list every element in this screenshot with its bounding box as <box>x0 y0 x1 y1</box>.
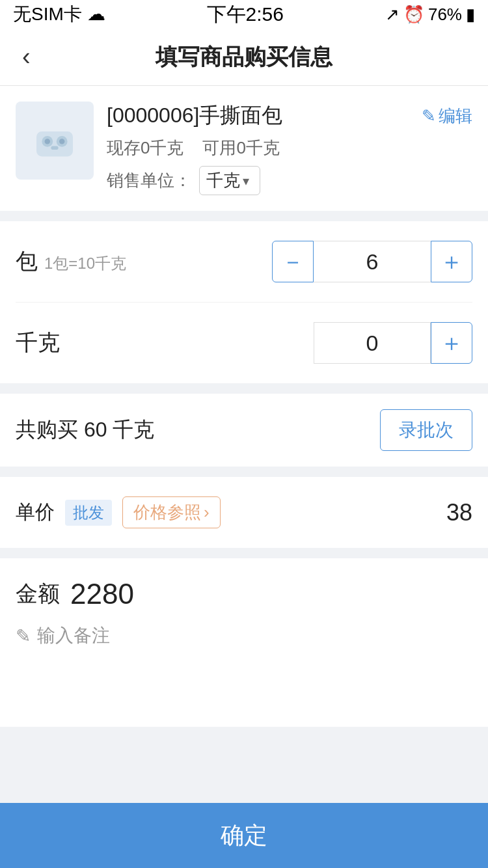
unit-select[interactable]: 千克 ▾ <box>199 166 260 195</box>
unit-label: 销售单位： <box>107 169 191 192</box>
status-time: 下午2:56 <box>207 1 284 28</box>
dropdown-arrow-icon: ▾ <box>243 173 249 189</box>
package-label-group: 包 1包=10千克 <box>16 247 272 277</box>
total-section: 共购买 60 千克 录批次 <box>0 394 488 467</box>
product-name: [0000006]手撕面包 <box>107 102 282 130</box>
unit-value: 千克 <box>206 169 240 192</box>
location-icon: ↗ <box>385 5 400 25</box>
confirm-button[interactable]: 确定 <box>0 803 488 868</box>
content-spacer <box>0 737 488 803</box>
available-text: 可用0千克 <box>202 138 279 157</box>
batch-button[interactable]: 录批次 <box>380 409 472 451</box>
price-reference-button[interactable]: 价格参照 › <box>122 496 221 528</box>
amount-label: 金额 <box>16 579 60 609</box>
package-quantity-row: 包 1包=10千克 － ＋ <box>16 221 472 303</box>
quantity-section: 包 1包=10千克 － ＋ 千克 ＋ <box>0 221 488 383</box>
package-qty-control: － ＋ <box>272 241 472 282</box>
edit-icon: ✎ <box>422 106 436 126</box>
price-label: 单价 <box>16 499 55 526</box>
stock-text: 现存0千克 <box>107 138 183 157</box>
price-ref-arrow-icon: › <box>204 502 210 522</box>
status-left: 无SIM卡 ☁ <box>13 2 105 27</box>
pencil-icon: ✎ <box>16 625 31 647</box>
product-logo-icon <box>32 118 77 163</box>
battery-text: 76% <box>428 5 462 25</box>
svg-rect-0 <box>36 131 73 157</box>
price-type-tag: 批发 <box>65 500 112 526</box>
svg-point-3 <box>45 139 50 144</box>
product-image <box>16 102 94 180</box>
status-right: ↗ ⏰ 76% ▮ <box>385 5 475 25</box>
kg-qty-control: ＋ <box>314 322 472 364</box>
product-info: [0000006]手撕面包 ✎ 编辑 现存0千克 可用0千克 销售单位： 千克 … <box>107 102 472 195</box>
amount-row: 金额 2280 <box>16 578 472 610</box>
package-qty-input[interactable] <box>314 241 431 282</box>
battery-icon: ▮ <box>466 5 475 25</box>
package-label: 包 <box>16 247 38 277</box>
svg-rect-5 <box>51 146 58 150</box>
kg-qty-input[interactable] <box>314 322 431 364</box>
product-title: 手撕面包 <box>199 103 282 127</box>
svg-point-4 <box>59 139 64 144</box>
nav-bar: ‹ 填写商品购买信息 <box>0 29 488 86</box>
kg-label-group: 千克 <box>16 328 314 358</box>
kg-quantity-row: 千克 ＋ <box>16 303 472 383</box>
product-card: [0000006]手撕面包 ✎ 编辑 现存0千克 可用0千克 销售单位： 千克 … <box>0 86 488 211</box>
kg-label: 千克 <box>16 328 60 358</box>
edit-button[interactable]: ✎ 编辑 <box>422 105 472 128</box>
price-section: 单价 批发 价格参照 › 38 <box>0 477 488 548</box>
product-code: [0000006] <box>107 103 199 127</box>
product-name-row: [0000006]手撕面包 ✎ 编辑 <box>107 102 472 130</box>
status-bar: 无SIM卡 ☁ 下午2:56 ↗ ⏰ 76% ▮ <box>0 0 488 29</box>
alarm-icon: ⏰ <box>403 5 424 25</box>
product-unit-row: 销售单位： 千克 ▾ <box>107 166 472 195</box>
price-ref-label: 价格参照 <box>133 501 201 524</box>
note-placeholder: 输入备注 <box>37 623 110 648</box>
back-button[interactable]: ‹ <box>16 36 37 77</box>
carrier-text: 无SIM卡 ☁ <box>13 2 105 27</box>
amount-section: 金额 2280 ✎ 输入备注 <box>0 558 488 727</box>
page-title: 填写商品购买信息 <box>156 42 332 72</box>
amount-value: 2280 <box>70 578 134 610</box>
price-value: 38 <box>446 499 472 526</box>
package-sublabel: 1包=10千克 <box>44 253 126 274</box>
note-row[interactable]: ✎ 输入备注 <box>16 623 472 648</box>
package-increment-button[interactable]: ＋ <box>431 241 472 282</box>
product-stock: 现存0千克 可用0千克 <box>107 137 472 159</box>
package-decrement-button[interactable]: － <box>272 241 314 282</box>
total-text: 共购买 60 千克 <box>16 416 154 444</box>
kg-increment-button[interactable]: ＋ <box>431 322 472 364</box>
edit-label: 编辑 <box>439 105 472 128</box>
